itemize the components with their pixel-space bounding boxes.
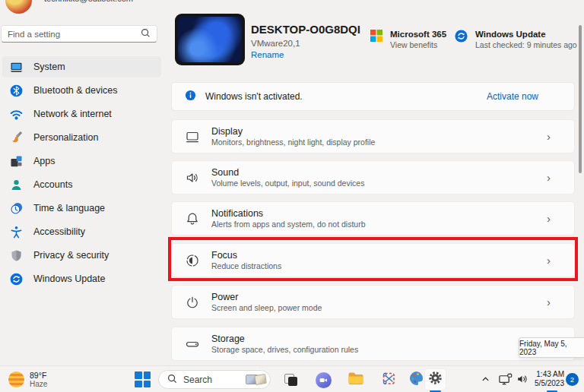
sidebar-item-windows-update[interactable]: Windows Update xyxy=(2,268,161,289)
sidebar-item-label: Accessibility xyxy=(33,226,85,237)
notifications-icon xyxy=(185,211,200,226)
sidebar-item-personalization[interactable]: Personalization xyxy=(2,127,161,148)
speaker-icon xyxy=(516,373,528,385)
network-tray-button[interactable] xyxy=(497,366,513,392)
scrollbar-thumb[interactable] xyxy=(579,25,582,173)
windows-logo-icon xyxy=(135,381,142,388)
apps-icon xyxy=(10,155,23,168)
notification-badge[interactable]: 2 xyxy=(566,373,579,386)
row-title: Display xyxy=(211,126,375,137)
desktop-screen: technikko@outlook.com System xyxy=(0,0,584,392)
settings-row-notifications[interactable]: Notifications Alerts from apps and syste… xyxy=(171,201,575,236)
microsoft-365-card[interactable]: Microsoft 365 View benefits xyxy=(370,30,446,49)
device-name: DESKTOP-O0G8DQI xyxy=(251,23,360,36)
weather-condition: Haze xyxy=(30,380,47,388)
paint-button[interactable] xyxy=(408,371,426,389)
highlight-box-focus xyxy=(168,237,578,281)
wifi-icon xyxy=(10,108,23,121)
windows-update-card[interactable]: Windows Update Last checked: 9 minutes a… xyxy=(455,30,577,49)
sidebar-item-time-language[interactable]: Time & language xyxy=(2,198,161,219)
haze-sun-icon xyxy=(8,371,24,387)
start-button[interactable] xyxy=(135,371,151,387)
sidebar-item-network[interactable]: Network & internet xyxy=(2,103,161,125)
storage-icon xyxy=(185,337,200,352)
sidebar-item-label: Bluetooth & devices xyxy=(33,85,118,96)
sidebar-item-privacy[interactable]: Privacy & security xyxy=(2,245,161,266)
settings-row-display[interactable]: Display Monitors, brightness, night ligh… xyxy=(171,119,575,153)
sound-icon xyxy=(185,170,200,185)
sidebar-item-label: Network & internet xyxy=(33,109,112,119)
taskbar-search-label: Search xyxy=(183,375,212,385)
chevron-right-icon: › xyxy=(547,296,561,308)
accessibility-icon xyxy=(10,226,23,239)
ms365-title: Microsoft 365 xyxy=(390,30,446,39)
chevron-right-icon: › xyxy=(547,171,561,184)
taskbar-clock[interactable]: 1:43 AM 5/5/2023 xyxy=(531,370,564,388)
windows-logo-icon xyxy=(144,381,151,388)
row-subtitle: Volume levels, output, input, sound devi… xyxy=(211,179,364,188)
avatar[interactable] xyxy=(5,0,32,14)
settings-row-sound[interactable]: Sound Volume levels, output, input, soun… xyxy=(171,160,575,194)
chat-icon xyxy=(316,372,332,388)
settings-row-power[interactable]: Power Screen and sleep, power mode › xyxy=(171,285,575,319)
sidebar-item-apps[interactable]: Apps xyxy=(2,150,161,172)
chevron-right-icon: › xyxy=(547,130,561,143)
account-email: technikko@outlook.com xyxy=(44,0,133,3)
taskbar: 89°F Haze Search xyxy=(0,365,584,392)
chat-button[interactable] xyxy=(314,371,332,389)
shield-icon xyxy=(10,249,23,262)
gear-icon xyxy=(427,370,443,389)
windows-logo-icon xyxy=(135,371,142,379)
sidebar-item-accounts[interactable]: Accounts xyxy=(2,174,161,195)
sidebar: technikko@outlook.com System xyxy=(0,0,164,365)
folder-icon xyxy=(347,369,365,390)
date-tooltip: Friday, May 5, 2023 xyxy=(519,337,584,358)
system-icon xyxy=(10,61,23,74)
tray-active-indicator xyxy=(547,390,557,392)
sidebar-item-label: Time & language xyxy=(33,203,105,213)
row-title: Power xyxy=(211,292,322,302)
activate-now-link[interactable]: Activate now xyxy=(487,91,538,102)
chevron-right-icon: › xyxy=(547,212,561,225)
search-input[interactable] xyxy=(8,30,141,39)
weather-temperature: 89°F xyxy=(30,371,47,380)
clock-globe-icon xyxy=(10,202,23,215)
sidebar-item-label: System xyxy=(33,62,65,72)
settings-search[interactable] xyxy=(1,25,157,43)
weather-widget[interactable]: 89°F Haze xyxy=(5,366,51,392)
snipping-tool-button[interactable] xyxy=(379,371,398,389)
sidebar-item-accessibility[interactable]: Accessibility xyxy=(2,221,161,242)
sidebar-item-bluetooth[interactable]: Bluetooth & devices xyxy=(2,80,161,101)
banner-text: Windows isn't activated. xyxy=(205,91,303,102)
display-icon xyxy=(185,129,200,144)
search-icon xyxy=(167,374,177,386)
brush-icon xyxy=(10,131,23,144)
search-icon xyxy=(141,27,151,41)
ms365-subtitle[interactable]: View benefits xyxy=(390,40,446,49)
row-subtitle: Screen and sleep, power mode xyxy=(211,303,322,312)
volume-tray-button[interactable] xyxy=(515,366,530,392)
rename-link[interactable]: Rename xyxy=(251,50,284,59)
tray-chevron-button[interactable] xyxy=(478,366,493,392)
power-icon xyxy=(185,295,200,310)
settings-app-button[interactable] xyxy=(424,368,446,390)
settings-row-storage[interactable]: Storage Storage space, drives, configura… xyxy=(171,327,575,361)
row-subtitle: Monitors, brightness, night light, displ… xyxy=(211,138,375,147)
sidebar-item-system[interactable]: System xyxy=(2,56,161,77)
row-title: Storage xyxy=(211,334,358,344)
clock-time: 1:43 AM xyxy=(531,370,564,379)
taskbar-search[interactable]: Search xyxy=(158,370,271,389)
snipping-tool-icon xyxy=(380,370,397,390)
bluetooth-icon xyxy=(10,84,23,97)
device-thumbnail xyxy=(175,14,245,65)
device-model: VMware20,1 xyxy=(251,39,300,48)
chevron-up-icon xyxy=(481,375,490,384)
row-subtitle: Alerts from apps and system, do not dist… xyxy=(211,220,366,229)
file-explorer-button[interactable] xyxy=(347,371,365,389)
search-highlight-icons[interactable] xyxy=(246,375,266,384)
task-view-button[interactable] xyxy=(282,371,300,389)
activation-banner: Windows isn't activated. Activate now xyxy=(171,82,575,111)
sidebar-item-label: Personalization xyxy=(33,132,98,143)
windows-logo-icon xyxy=(144,371,151,379)
task-view-icon-front xyxy=(288,377,297,386)
